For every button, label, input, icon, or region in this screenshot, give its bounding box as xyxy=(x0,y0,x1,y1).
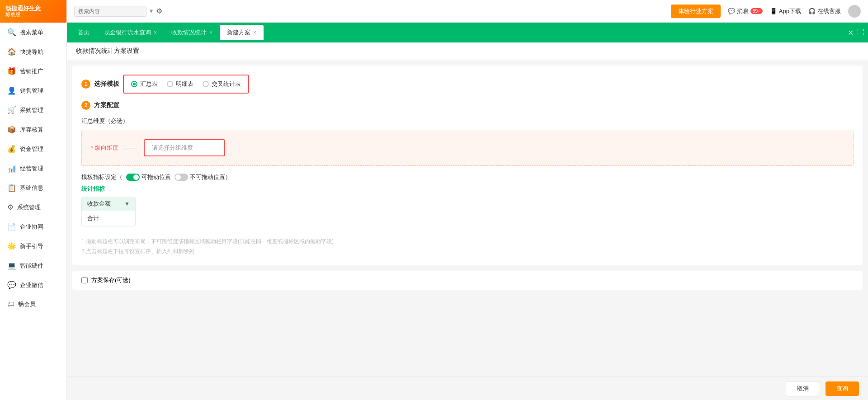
content-area: 收款情况统计方案设置 1 选择模板 汇总表 明细表 xyxy=(67,42,868,376)
dimension-row: * 纵向维度 —— 请选择分组维度 xyxy=(91,139,844,156)
dimension-select[interactable]: 请选择分组维度 xyxy=(144,139,225,156)
breadcrumb-area: ▼ ⚙ xyxy=(74,6,664,17)
save-option-label: 方案保存(可选) xyxy=(91,276,131,284)
non-draggable-label: 不可拖动位置） xyxy=(190,173,231,181)
close-window-icon[interactable]: ✕ xyxy=(848,28,854,37)
draggable-toggle[interactable]: 可拖动位置 xyxy=(126,173,171,181)
arrow-icon: —— xyxy=(124,144,138,152)
money-icon: 💰 xyxy=(7,145,16,153)
stats-card-header[interactable]: 收款金额 ▼ xyxy=(82,197,135,211)
sidebar-item-marketing[interactable]: 🎁 营销推广 xyxy=(0,61,66,81)
maximize-icon[interactable]: ⛶ xyxy=(857,28,864,37)
message-icon: 💬 xyxy=(728,8,735,14)
radio-detail-dot xyxy=(167,81,173,87)
search-input[interactable] xyxy=(74,6,146,17)
sidebar-item-basic[interactable]: 📋 基础信息 xyxy=(0,178,66,198)
star-icon: 🌟 xyxy=(7,242,16,250)
sidebar-item-member[interactable]: 🏷 畅会员 xyxy=(0,295,66,314)
trial-button[interactable]: 体验行业方案 xyxy=(671,5,721,18)
online-service-button[interactable]: 🎧 在线客服 xyxy=(808,7,841,15)
top-header: ▼ ⚙ 体验行业方案 💬 消息 99+ 📱 App下载 🎧 在线客服 xyxy=(67,0,868,23)
radio-crosstab[interactable]: 交叉统计表 xyxy=(203,80,241,88)
metrics-label-text: 模板指标设定（ xyxy=(81,173,123,181)
sidebar: 畅捷通好生意 标准版 🔍 搜索菜单 🏠 快捷导航 🎁 营销推广 👤 销售管理 🛒… xyxy=(0,0,67,400)
tab-cashflow[interactable]: 现金银行流水查询 × xyxy=(97,25,164,40)
draggable-label: 可拖动位置 xyxy=(142,173,171,181)
tab-new-plan[interactable]: 新建方案 × xyxy=(220,25,264,40)
header-actions: 💬 消息 99+ 📱 App下载 🎧 在线客服 xyxy=(728,5,861,18)
non-draggable-toggle-box[interactable] xyxy=(175,174,188,181)
section2-num: 2 xyxy=(81,101,90,110)
sidebar-item-enterprise[interactable]: 📄 企业协同 xyxy=(0,217,66,236)
cancel-button[interactable]: 取消 xyxy=(786,381,820,396)
template-radio-group: 汇总表 明细表 交叉统计表 xyxy=(131,80,241,88)
sidebar-item-inventory[interactable]: 📦 库存核算 xyxy=(0,120,66,139)
tab-receipts[interactable]: 收款情况统计 × xyxy=(164,25,220,40)
app-download-button[interactable]: 📱 App下载 xyxy=(770,7,801,15)
stats-card-body: 合计 xyxy=(82,211,135,226)
save-option: 方案保存(可选) xyxy=(72,271,863,290)
clipboard-icon: 📋 xyxy=(7,184,16,192)
footer: 取消 查询 xyxy=(67,376,868,400)
sidebar-item-hardware[interactable]: 💻 智能硬件 xyxy=(0,256,66,275)
person-icon: 👤 xyxy=(7,86,16,95)
avatar[interactable] xyxy=(848,5,861,18)
dimension-section-label: 汇总维度（必选） xyxy=(81,117,854,125)
section1-header: 1 选择模板 汇总表 明细表 交叉统计表 xyxy=(81,75,854,94)
nav-tabs-actions: ✕ ⛶ xyxy=(848,28,864,37)
gear-icon: ⚙ xyxy=(7,203,14,212)
sidebar-logo: 畅捷通好生意 标准版 xyxy=(0,0,66,23)
metrics-header: 模板指标设定（ 可拖动位置 不可拖动位置） xyxy=(81,173,854,181)
tip-text-1: 1.拖动标题栏可以调整布局，不可跨维度或指标区域拖动栏目字段(只能在同一维度或指… xyxy=(81,237,854,247)
sidebar-item-finance[interactable]: 💰 资金管理 xyxy=(0,139,66,159)
main-area: ▼ ⚙ 体验行业方案 💬 消息 99+ 📱 App下载 🎧 在线客服 首页 xyxy=(67,0,868,400)
logo-text: 畅捷通好生意 xyxy=(5,5,41,12)
sidebar-item-nav[interactable]: 🏠 快捷导航 xyxy=(0,42,66,61)
form-section: 1 选择模板 汇总表 明细表 交叉统计表 xyxy=(72,66,863,265)
card-dropdown-icon[interactable]: ▼ xyxy=(124,201,130,207)
cart-icon: 🛒 xyxy=(7,106,16,114)
query-button[interactable]: 查询 xyxy=(826,381,859,396)
radio-detail[interactable]: 明细表 xyxy=(167,80,193,88)
sidebar-item-wechat[interactable]: 💬 企业微信 xyxy=(0,275,66,295)
tab-cashflow-close[interactable]: × xyxy=(154,29,157,36)
dropdown-icon[interactable]: ▼ xyxy=(148,8,154,14)
metrics-section: 模板指标设定（ 可拖动位置 不可拖动位置） 统计指标 收款金 xyxy=(81,173,854,228)
section2: 2 方案配置 汇总维度（必选） * 纵向维度 —— 请选择分组维度 xyxy=(81,101,854,256)
tab-home[interactable]: 首页 xyxy=(71,25,97,40)
logo-sub: 标准版 xyxy=(5,12,41,18)
draggable-toggle-box[interactable] xyxy=(126,174,140,181)
message-button[interactable]: 💬 消息 99+ xyxy=(728,7,763,15)
tab-new-plan-close[interactable]: × xyxy=(253,29,256,36)
tab-receipts-close[interactable]: × xyxy=(209,29,212,36)
stats-label: 统计指标 xyxy=(81,185,854,193)
section1-num: 1 xyxy=(81,80,90,89)
radio-summary-dot xyxy=(131,81,137,87)
section1-title: 选择模板 xyxy=(94,80,119,88)
sidebar-item-system[interactable]: ⚙ 系统管理 xyxy=(0,198,66,217)
chat-icon: 💬 xyxy=(7,281,16,289)
template-selection-box: 汇总表 明细表 交叉统计表 xyxy=(123,75,249,94)
box-icon: 📦 xyxy=(7,125,16,134)
radio-summary[interactable]: 汇总表 xyxy=(131,80,158,88)
computer-icon: 💻 xyxy=(7,261,16,270)
tip-text-2: 2.点击标题栏下拉可设置排序、插入列和删除列 xyxy=(81,247,854,257)
sidebar-item-search[interactable]: 🔍 搜索菜单 xyxy=(0,23,66,42)
radio-crosstab-dot xyxy=(203,81,209,87)
sidebar-item-sales[interactable]: 👤 销售管理 xyxy=(0,81,66,100)
tag-icon: 🏷 xyxy=(7,300,14,308)
section2-header: 2 方案配置 xyxy=(81,101,854,110)
page-title: 收款情况统计方案设置 xyxy=(67,42,868,60)
sidebar-item-guide[interactable]: 🌟 新手引导 xyxy=(0,236,66,256)
doc-icon: 📄 xyxy=(7,222,16,231)
save-checkbox[interactable] xyxy=(81,277,88,283)
settings-icon[interactable]: ⚙ xyxy=(156,7,162,15)
sidebar-item-purchase[interactable]: 🛒 采购管理 xyxy=(0,100,66,120)
section2-title: 方案配置 xyxy=(94,101,119,109)
service-icon: 🎧 xyxy=(808,8,816,14)
nav-tabs: 首页 现金银行流水查询 × 收款情况统计 × 新建方案 × ✕ ⛶ xyxy=(67,23,868,42)
sidebar-item-management[interactable]: 📊 经营管理 xyxy=(0,159,66,178)
gift-icon: 🎁 xyxy=(7,67,16,75)
chart-icon: 📊 xyxy=(7,164,16,173)
search-icon: 🔍 xyxy=(7,28,16,37)
